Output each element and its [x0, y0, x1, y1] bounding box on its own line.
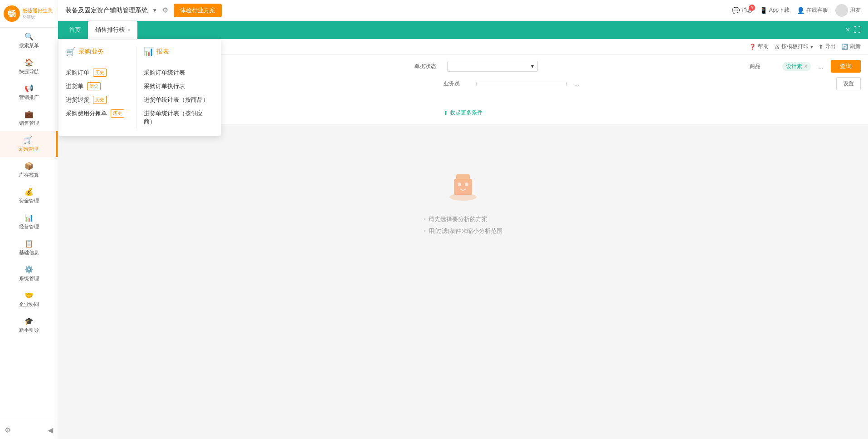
message-btn[interactable]: 💬 消息 9 [732, 6, 752, 14]
salesperson-select[interactable] [476, 82, 567, 86]
finance-nav-icon: 💰 [24, 187, 34, 196]
phone-icon: 📱 [760, 7, 767, 14]
industry-btn[interactable]: 体验行业方案 [174, 4, 222, 17]
sidebar-item-purchase[interactable]: 🛒采购管理 [0, 131, 58, 157]
svg-point-3 [458, 183, 461, 186]
logo-badge: 标准版 [23, 14, 53, 20]
message-icon: 💬 [732, 7, 740, 14]
stock-return-label: 进货退货 [66, 96, 89, 104]
enterprise-nav-icon: 🤝 [24, 291, 34, 300]
sidebar-item-newbie[interactable]: 🎓新手引导 [0, 312, 58, 338]
set-button[interactable]: 设置 [836, 77, 861, 90]
sidebar-item-quicknav[interactable]: 🏠快捷导航 [0, 54, 58, 79]
svg-point-4 [465, 183, 468, 186]
sidebar-item-sales[interactable]: 💼销售管理 [0, 105, 58, 131]
logo-icon: 畅 [4, 5, 20, 22]
settings-bottom-icon[interactable]: ⚙ [5, 426, 11, 434]
empty-tip-1: 请先选择要分析的方案 [424, 213, 502, 225]
user-menu[interactable]: 用友 [835, 4, 861, 17]
sidebar-item-basic[interactable]: 📋基础信息 [0, 235, 58, 261]
purchase-col-label: 采购业务 [78, 48, 104, 56]
order-stats-label: 采购订单统计表 [144, 69, 185, 77]
online-service-btn[interactable]: 👤 在线客服 [797, 6, 828, 14]
report-col: 📊 报表 采购订单统计表 采购订单执行表 进货单统计表（按商品） 进货单统计表（… [136, 47, 214, 128]
goods-ellipsis[interactable]: ... [816, 63, 825, 70]
empty-tip-2: 用[过滤]条件来缩小分析范围 [424, 225, 502, 237]
empty-state: 请先选择要分析的方案 用[过滤]条件来缩小分析范围 [58, 124, 868, 273]
menu-columns: 🛒 采购业务 采购订单 历史 进货单 历史 进货退货 历史 采购费用分摊单 [66, 47, 214, 128]
basic-nav-icon: 📋 [24, 239, 34, 248]
sidebar-logo: 畅 畅捷通好生意 标准版 [0, 0, 58, 28]
marketing-nav-label: 营销推广 [19, 94, 39, 101]
sidebar-item-operation[interactable]: 📊经营管理 [0, 209, 58, 235]
empty-tips: 请先选择要分析的方案 用[过滤]条件来缩小分析范围 [424, 213, 502, 237]
menu-item-purchase-order[interactable]: 采购订单 历史 [66, 66, 136, 79]
sidebar-item-finance[interactable]: 💰资金管理 [0, 183, 58, 209]
menu-item-purchase-cost[interactable]: 采购费用分摊单 历史 [66, 107, 136, 120]
window-expand-icon[interactable]: ⛶ [853, 26, 861, 34]
enterprise-nav-label: 企业协同 [19, 301, 39, 308]
tab-close-icon[interactable]: × [127, 28, 130, 33]
sidebar-item-system[interactable]: ⚙️系统管理 [0, 261, 58, 286]
menu-item-order-stats[interactable]: 采购订单统计表 [144, 66, 214, 79]
menu-item-stock-stats-supplier[interactable]: 进货单统计表（按供应商） [144, 107, 214, 128]
sidebar-item-marketing[interactable]: 📢营销推广 [0, 79, 58, 105]
sidebar-item-search[interactable]: 🔍搜索菜单 [0, 28, 58, 54]
search-nav-icon: 🔍 [24, 32, 34, 41]
purchase-nav-label: 采购管理 [18, 146, 38, 153]
refresh-label: 刷新 [850, 43, 861, 50]
system-dropdown[interactable]: ▾ [153, 7, 156, 14]
goods-tag[interactable]: 设计素 × [782, 62, 811, 71]
salesperson-ellipsis[interactable]: ... [572, 80, 581, 88]
purchase-order-history-badge: 历史 [93, 69, 107, 77]
goods-tag-close[interactable]: × [804, 63, 807, 69]
doc-status-label: 单据状态 [414, 63, 442, 70]
service-icon: 👤 [797, 7, 805, 14]
menu-item-stock-return[interactable]: 进货退货 历史 [66, 93, 136, 107]
goods-label: 商品 [750, 63, 777, 70]
report-col-label: 报表 [156, 48, 169, 56]
report-col-icon: 📊 [144, 47, 154, 57]
stock-stats-supplier-label: 进货单统计表（按供应商） [144, 109, 214, 126]
tab-sales-rank[interactable]: 销售排行榜 × [88, 21, 137, 39]
empty-icon [440, 161, 486, 206]
sidebar-item-inventory[interactable]: 📦库存核算 [0, 157, 58, 183]
menu-item-stock-in[interactable]: 进货单 历史 [66, 79, 136, 93]
refresh-btn[interactable]: 🔄 刷新 [841, 43, 861, 50]
sidebar-item-enterprise[interactable]: 🤝企业协同 [0, 286, 58, 312]
print-dropdown-icon[interactable]: ▾ [810, 44, 813, 50]
query-button[interactable]: 查询 [831, 60, 861, 73]
menu-item-order-exec[interactable]: 采购订单执行表 [144, 79, 214, 93]
newbie-nav-icon: 🎓 [24, 317, 34, 326]
quicknav-nav-icon: 🏠 [24, 58, 34, 67]
refresh-icon: 🔄 [841, 44, 848, 50]
collapse-up-icon: ⬆ [444, 110, 448, 116]
newbie-nav-label: 新手引导 [19, 327, 39, 334]
inventory-nav-icon: 📦 [24, 162, 34, 170]
doc-status-select[interactable]: ▾ [447, 61, 538, 72]
header-actions: 💬 消息 9 📱 App下载 👤 在线客服 用友 [732, 4, 861, 17]
purchase-col: 🛒 采购业务 采购订单 历史 进货单 历史 进货退货 历史 采购费用分摊单 [66, 47, 136, 128]
template-print-label: 按模板打印 [781, 43, 809, 50]
sidebar-bottom: ⚙ ◀ [0, 421, 58, 439]
report-col-title: 📊 报表 [144, 47, 214, 60]
order-exec-label: 采购订单执行表 [144, 82, 185, 90]
svg-rect-2 [456, 174, 470, 181]
purchase-col-title: 🛒 采购业务 [66, 47, 136, 60]
collapse-label: 收起更多条件 [450, 109, 483, 117]
menu-item-stock-stats-product[interactable]: 进货单统计表（按商品） [144, 93, 214, 107]
app-download-btn[interactable]: 📱 App下载 [760, 6, 790, 14]
tab-home-label: 首页 [69, 26, 81, 34]
collapse-sidebar-icon[interactable]: ◀ [48, 426, 53, 434]
export-label: 导出 [825, 43, 836, 50]
user-avatar [835, 4, 848, 17]
help-btn[interactable]: ❓ 帮助 [749, 43, 769, 50]
print-icon: 🖨 [774, 44, 780, 50]
window-close-icon[interactable]: × [846, 26, 850, 34]
settings-icon[interactable]: ⚙ [162, 6, 168, 15]
help-label: 帮助 [758, 43, 769, 50]
template-print-btn[interactable]: 🖨 按模板打印 ▾ [774, 43, 813, 50]
tab-home[interactable]: 首页 [62, 21, 88, 39]
export-btn[interactable]: ⬆ 导出 [819, 43, 836, 50]
collapse-btn[interactable]: ⬆ 收起更多条件 [442, 107, 484, 118]
